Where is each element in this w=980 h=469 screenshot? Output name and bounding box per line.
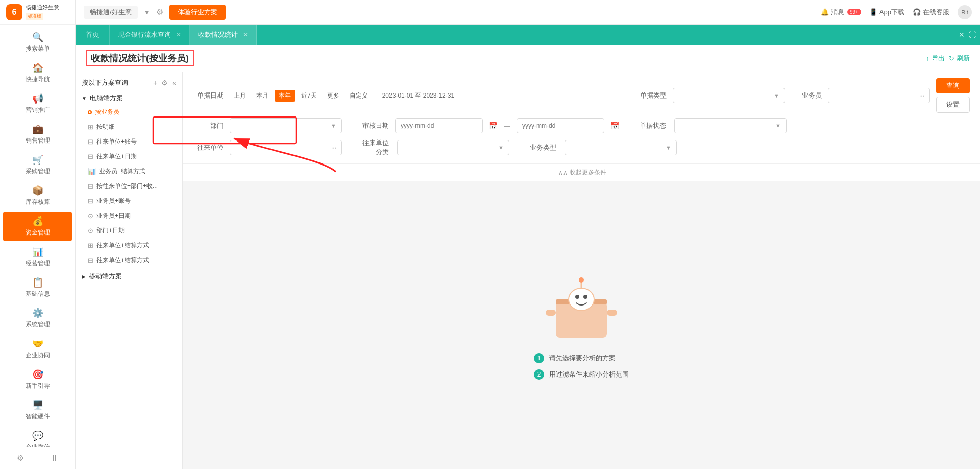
query-button[interactable]: 查询	[936, 78, 970, 93]
tab-maximize-icon[interactable]: ⛶	[969, 31, 976, 39]
tab-home[interactable]: 首页	[76, 25, 110, 45]
notification-label: 消息	[831, 8, 844, 17]
active-dot-icon: ●	[88, 110, 92, 114]
scheme-unit-account[interactable]: ⊟ 往来单位+账号	[76, 134, 182, 149]
sidebar-item-basic[interactable]: 📋 基础信息	[3, 273, 72, 302]
sidebar-item-search[interactable]: 🔍 搜索菜单	[3, 28, 72, 57]
system-icon: ⚙️	[32, 308, 43, 319]
scheme-by-detail[interactable]: ⊞ 按明细	[76, 120, 182, 134]
date-label: 单据日期	[193, 91, 224, 100]
audit-start-calendar-icon[interactable]: 📅	[489, 122, 498, 130]
online-service[interactable]: 🎧 在线客服	[913, 8, 949, 17]
user-avatar[interactable]: Rit	[958, 5, 972, 19]
notification-area[interactable]: 🔔 消息 99+	[821, 8, 861, 17]
app-download[interactable]: 📱 App下载	[869, 8, 904, 17]
sidebar-item-wechat[interactable]: 💬 企业微信	[3, 426, 72, 447]
page-header: 收款情况统计(按业务员) ↑ 导出 ↻ 刷新	[76, 45, 980, 72]
dept-label: 部门	[193, 121, 224, 130]
scheme-unit-settle2[interactable]: ⊟ 往来单位+结算方式	[76, 253, 182, 268]
corp-icon: 🤝	[32, 338, 43, 349]
partner-category-select[interactable]: ▼	[397, 140, 509, 155]
sidebar-item-operation[interactable]: 📊 经营管理	[3, 242, 72, 272]
scheme-unit-date[interactable]: ⊟ 往来单位+日期	[76, 149, 182, 164]
desktop-scheme-group: ▼ 电脑端方案 ● 按业务员 ⊞ 按明细 ⊟ 往来单位+账号	[76, 91, 182, 268]
mobile-group-label: 移动端方案	[89, 272, 122, 281]
sidebar-item-purchase[interactable]: 🛒 采购管理	[3, 150, 72, 180]
refresh-button[interactable]: ↻ 刷新	[949, 54, 970, 63]
sidebar-item-quicknav[interactable]: 🏠 快捷导航	[3, 58, 72, 88]
tab-receipt[interactable]: 收款情况统计 ✕	[190, 25, 257, 45]
scheme-salesman-settle[interactable]: 📊 业务员+结算方式	[76, 164, 182, 179]
panel-settings-button[interactable]: ⚙	[161, 79, 168, 87]
svg-rect-9	[607, 310, 617, 316]
header-dropdown-icon[interactable]: ▼	[144, 9, 150, 16]
sidebar-item-finance[interactable]: 💰 资金管理	[3, 212, 72, 241]
tab-bar: 首页 现金银行流水查询 ✕ 收款情况统计 ✕ ✕ ⛶	[76, 25, 980, 45]
desktop-group-label: 电脑端方案	[90, 93, 123, 103]
date-shortcuts: 上月 本月 本年 近7天 更多 自定义	[230, 90, 372, 102]
scheme-salesman-date[interactable]: ⊙ 业务员+日期	[76, 208, 182, 223]
svg-point-4	[575, 295, 579, 299]
salesman-more-icon[interactable]: ···	[919, 92, 924, 99]
audit-end-calendar-icon[interactable]: 📅	[610, 122, 619, 130]
scheme-dept-date[interactable]: ⊙ 部门+日期	[76, 223, 182, 238]
tab-close-all-icon[interactable]: ✕	[959, 31, 965, 39]
table-icon-1: ⊟	[88, 138, 93, 146]
clock-icon-2: ⊙	[88, 227, 93, 235]
date-last-month[interactable]: 上月	[230, 90, 250, 102]
svg-point-3	[569, 288, 594, 311]
type-select[interactable]: ▼	[673, 88, 785, 103]
export-button[interactable]: ↑ 导出	[926, 54, 945, 63]
tab-receipt-close-icon[interactable]: ✕	[243, 31, 248, 38]
tab-receipt-label: 收款情况统计	[198, 30, 238, 39]
sidebar-item-inventory[interactable]: 📦 库存核算	[3, 181, 72, 210]
dept-select[interactable]: ▼	[230, 118, 342, 133]
salesman-select[interactable]: ···	[828, 88, 930, 103]
sidebar-collapse-btn[interactable]: ⏸	[48, 452, 60, 465]
sidebar-item-guide[interactable]: 🎯 新手引导	[3, 365, 72, 394]
scheme-unit-date-label: 往来单位+日期	[96, 152, 137, 161]
audit-end-field[interactable]	[522, 122, 599, 129]
panel-collapse-button[interactable]: «	[172, 79, 176, 87]
biz-type-select[interactable]: ▼	[565, 140, 677, 155]
sidebar-item-hardware[interactable]: 🖥️ 智能硬件	[3, 395, 72, 425]
scheme-by-salesman-label: 按业务员	[95, 108, 119, 116]
tab-bank-close-icon[interactable]: ✕	[176, 31, 181, 38]
date-this-month[interactable]: 本月	[252, 90, 273, 102]
trial-button[interactable]: 体验行业方案	[169, 5, 226, 20]
scheme-unit-dept-receipt[interactable]: ⊟ 按往来单位+部门+收...	[76, 179, 182, 194]
date-this-year[interactable]: 本年	[275, 90, 295, 102]
scheme-salesman-account[interactable]: ⊟ 业务员+账号	[76, 194, 182, 208]
status-select[interactable]: ▼	[674, 118, 787, 133]
desktop-group-header[interactable]: ▼ 电脑端方案	[76, 91, 182, 105]
scheme-dept-date-label: 部门+日期	[96, 226, 125, 235]
refresh-icon: ↻	[949, 55, 954, 62]
svg-rect-8	[546, 310, 556, 316]
scheme-salesman-account-label: 业务员+账号	[96, 197, 131, 205]
header-settings-icon[interactable]: ⚙	[156, 7, 163, 17]
collapse-bar[interactable]: ∧∧ 收起更多条件	[183, 163, 980, 181]
audit-end-input[interactable]	[517, 118, 604, 133]
date-custom[interactable]: 自定义	[346, 90, 372, 102]
mobile-group-header[interactable]: ▶ 移动端方案	[76, 270, 182, 283]
scheme-unit-settle1[interactable]: ⊞ 往来单位+结算方式	[76, 238, 182, 253]
scheme-by-salesman[interactable]: ● 按业务员	[76, 105, 182, 120]
date-more[interactable]: 更多	[323, 90, 344, 102]
header-left: 畅捷通/好生意 ▼ ⚙ 体验行业方案	[84, 5, 226, 20]
sidebar-item-system[interactable]: ⚙️ 系统管理	[3, 303, 72, 333]
partner-select[interactable]: ···	[230, 140, 342, 155]
settings-button[interactable]: 设置	[936, 97, 970, 113]
partner-dots-icon[interactable]: ···	[331, 144, 336, 151]
sidebar-settings-btn[interactable]: ⚙	[15, 451, 26, 465]
panel-add-button[interactable]: +	[153, 79, 157, 87]
date-7days[interactable]: 近7天	[297, 90, 321, 102]
content-wrapper: 按以下方案查询 + ⚙ « ▼ 电脑端方案 ● 按业务员	[76, 72, 980, 469]
audit-start-input[interactable]	[395, 118, 483, 133]
sidebar-item-marketing[interactable]: 📢 营销推广	[3, 89, 72, 119]
audit-start-field[interactable]	[401, 122, 477, 129]
breadcrumb-text: 畅捷通/好生意	[84, 6, 138, 19]
tab-bank[interactable]: 现金银行流水查询 ✕	[110, 25, 190, 45]
table-icon-4: ⊟	[88, 197, 93, 205]
sidebar-item-sales[interactable]: 💼 销售管理	[3, 120, 72, 149]
sidebar-item-corp[interactable]: 🤝 企业协同	[3, 334, 72, 364]
